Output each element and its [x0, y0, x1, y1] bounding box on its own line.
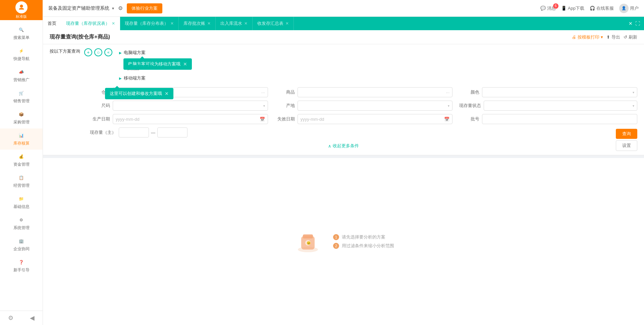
sidebar-item-sales[interactable]: 🛒 销售管理	[0, 86, 43, 107]
search-menu-icon: 🔍	[18, 26, 25, 34]
filter-field-stock-main: 现存量（主） —	[90, 127, 268, 138]
refresh-btn[interactable]: ↺ 刷新	[624, 34, 637, 40]
color-select-arrow: ▾	[633, 91, 634, 94]
sidebar-item-finance[interactable]: 💰 资金管理	[0, 150, 43, 171]
print-icon: 🖨	[572, 35, 576, 40]
close-all-tabs-btn[interactable]: ✕	[629, 21, 633, 26]
filter-field-color: 颜色 ▾	[459, 87, 637, 97]
goods-dots[interactable]: ···	[446, 90, 449, 95]
tab-close-in-out-flow[interactable]: ✕	[244, 21, 248, 26]
empty-state: 😐 1 请先选择要分析的方案 2 用过滤条件来缩小分析范围	[43, 158, 644, 325]
page-actions: 🖨 按模板打印 ▾ ⬆ 导出 ↺ 刷新	[572, 34, 637, 40]
origin-select-arrow: ▾	[448, 104, 449, 108]
empty-step-1: 1 请先选择要分析的方案	[333, 234, 394, 240]
stock-status-select[interactable]: ▾	[484, 101, 637, 111]
filter-field-expire-date: 失效日期 yyyy-mm-dd 📅	[275, 114, 453, 124]
app-download-btn[interactable]: 📱 App下载	[561, 5, 584, 11]
warehouse-dots[interactable]: ···	[261, 90, 265, 95]
batch-input[interactable]	[482, 114, 637, 124]
finance-icon: 💰	[18, 153, 25, 160]
filter-area: 按以下方案查询 + ○ « 电脑方案可设为移动方案哦 ✕	[43, 44, 644, 155]
scheme-group-desktop-header[interactable]: ▶ 电脑端方案	[119, 48, 163, 57]
scheme-tooltip: 电脑方案可设为移动方案哦 ✕	[123, 58, 192, 70]
tab-close-batch-account[interactable]: ✕	[207, 21, 211, 26]
reset-btn[interactable]: 设置	[616, 140, 637, 151]
collapse-more-btn[interactable]: ∧ 收起更多条件	[50, 141, 637, 151]
message-icon: 💬	[540, 6, 546, 11]
sidebar-item-guide[interactable]: ❓ 新手引导	[0, 255, 43, 276]
tab-collect-send[interactable]: 收发存汇总表 ✕	[253, 17, 294, 30]
back-scheme-btn[interactable]: «	[104, 48, 112, 56]
scheme-group-mobile: ▶ 移动端方案	[119, 74, 163, 83]
sidebar-item-operations[interactable]: 📋 经营管理	[0, 171, 43, 192]
print-btn[interactable]: 🖨 按模板打印 ▾	[572, 34, 603, 40]
produce-date-input[interactable]: yyyy-mm-dd 📅	[113, 114, 268, 124]
tab-home[interactable]: 首页	[43, 17, 61, 30]
stock-main-range: —	[119, 127, 187, 138]
expire-date-label: 失效日期	[275, 116, 295, 122]
user-menu[interactable]: 👤 用户	[619, 4, 639, 13]
action-buttons: 查询 设置	[616, 129, 637, 151]
calendar2-icon: 📅	[444, 117, 449, 122]
tabbar: 首页 现存量（库存状况表） ✕ 现存量（库存分布表） ✕ 库存批次账 ✕ 出入库…	[43, 17, 644, 30]
svg-rect-3	[303, 234, 313, 238]
sidebar-item-purchase[interactable]: 📦 采购管理	[0, 107, 43, 128]
tab-in-out-flow[interactable]: 出入库流水 ✕	[216, 17, 253, 30]
color-select[interactable]: ▾	[482, 87, 637, 97]
sidebar-item-marketing[interactable]: 📣 营销推广	[0, 65, 43, 86]
purchase-icon: 📦	[18, 111, 25, 118]
sidebar-item-inventory[interactable]: 📊 库存核算	[0, 128, 43, 150]
edit-scheme-btn[interactable]: ○	[94, 48, 102, 56]
stock-main-max[interactable]	[157, 127, 187, 138]
scheme-group-mobile-header[interactable]: ▶ 移动端方案	[119, 74, 163, 83]
message-badge: 6	[553, 3, 558, 9]
sidebar-item-system[interactable]: ⚙ 系统管理	[0, 213, 43, 234]
sidebar-item-enterprise[interactable]: 🏢 企业协同	[0, 234, 43, 255]
expand-tab-btn[interactable]: ⛶	[635, 21, 640, 26]
tab-batch-account[interactable]: 库存批次账 ✕	[179, 17, 216, 30]
refresh-icon: ↺	[624, 35, 627, 40]
export-btn[interactable]: ⬆ 导出	[606, 34, 620, 40]
operations-icon: 📋	[18, 174, 25, 181]
page-title: 现存量查询(按仓库+商品)	[50, 34, 572, 41]
phone-icon: 📱	[561, 6, 567, 11]
tab-inventory-dist[interactable]: 现存量（库存分布表） ✕	[120, 17, 179, 30]
sidebar-item-base-info[interactable]: 📁 基础信息	[0, 192, 43, 213]
tab-inventory-status[interactable]: 现存量（库存状况表） ✕	[61, 17, 120, 30]
filter-field-batch: 批号	[459, 114, 637, 124]
expire-date-input[interactable]: yyyy-mm-dd 📅	[298, 114, 453, 124]
message-btn[interactable]: 💬 消息 6	[540, 5, 556, 11]
tabbar-controls: ✕ ⛶	[625, 21, 644, 26]
sidebar-bottom: ⚙ ◀	[0, 311, 43, 325]
chevron-down-icon: ▶	[119, 51, 122, 55]
edit-tooltip-close[interactable]: ✕	[165, 91, 169, 96]
color-label: 颜色	[459, 89, 479, 95]
enterprise-icon: 🏢	[18, 237, 25, 245]
sidebar-item-search-menu[interactable]: 🔍 搜索菜单	[0, 23, 43, 44]
step-2-num: 2	[333, 243, 339, 249]
support-btn[interactable]: 🎧 在线客服	[590, 5, 614, 11]
tab-close-collect-send[interactable]: ✕	[285, 21, 289, 26]
sidebar-item-quick-nav[interactable]: ⚡ 快捷导航	[0, 44, 43, 65]
size-select[interactable]: ▾	[113, 101, 268, 111]
scheme-tooltip-close[interactable]: ✕	[183, 61, 187, 67]
edit-tooltip: 这里可以创建和修改方案哦 ✕	[105, 88, 173, 99]
stock-main-min[interactable]	[119, 127, 149, 138]
search-btn[interactable]: 查询	[616, 129, 637, 139]
add-scheme-btn[interactable]: +	[84, 48, 92, 56]
sidebar-nav: 🔍 搜索菜单 ⚡ 快捷导航 📣 营销推广 🛒 销售管理 📦 采购管理 📊 库存核…	[0, 20, 43, 311]
svg-text:😐: 😐	[307, 241, 311, 245]
quick-nav-icon: ⚡	[18, 47, 25, 55]
tab-close-inventory-dist[interactable]: ✕	[170, 21, 174, 26]
trial-btn[interactable]: 体验行业方案	[127, 3, 162, 13]
main-area: 装备及固定资产辅助管理系统 ▾ ⚙ 体验行业方案 💬 消息 6 📱 App下载 …	[43, 0, 644, 325]
tab-close-inventory-status[interactable]: ✕	[112, 21, 115, 26]
topbar-settings-icon[interactable]: ⚙	[118, 5, 123, 11]
topbar-right: 💬 消息 6 📱 App下载 🎧 在线客服 👤 用户	[540, 4, 639, 13]
sidebar-collapse-btn[interactable]: ◀	[30, 314, 35, 322]
system-dropdown[interactable]: ▾	[112, 6, 114, 11]
step-1-num: 1	[333, 234, 339, 240]
origin-select[interactable]: ▾	[298, 101, 453, 111]
stock-status-arrow: ▾	[633, 104, 634, 108]
sidebar-settings-btn[interactable]: ⚙	[8, 314, 13, 322]
